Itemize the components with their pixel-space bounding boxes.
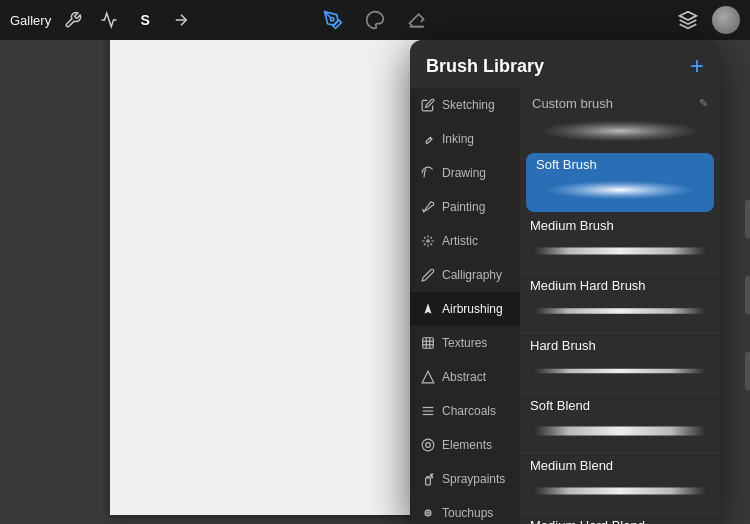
arrow-tool-icon[interactable] <box>167 6 195 34</box>
panel-body: Sketching Inking Drawing Painting Artist… <box>410 88 720 524</box>
gallery-button[interactable]: Gallery <box>10 13 51 28</box>
sidebar-item-abstract[interactable]: Abstract <box>410 360 520 394</box>
handle-opacity[interactable] <box>745 200 750 238</box>
brush-stroke-hard <box>530 357 710 385</box>
custom-brush-header: Custom brush✎ <box>520 88 720 113</box>
brush-label-medium_hard: Medium Hard Brush <box>530 278 710 293</box>
avatar[interactable] <box>712 6 740 34</box>
svg-point-1 <box>331 18 334 21</box>
eraser-tool-icon[interactable] <box>403 6 431 34</box>
brush-stroke-medium <box>530 237 710 265</box>
charcoals-cat-icon <box>420 403 436 419</box>
svg-point-4 <box>427 240 429 242</box>
toolbar-right <box>674 6 740 34</box>
brush-label-medium_blend: Medium Blend <box>530 458 710 473</box>
custom-brush-stroke <box>520 113 720 151</box>
brush-item-medium_blend[interactable]: Medium Blend <box>520 454 720 514</box>
sidebar-item-textures[interactable]: Textures <box>410 326 520 360</box>
spraypaints-cat-icon <box>420 471 436 487</box>
brush-list: Custom brush✎Soft BrushMedium BrushMediu… <box>520 88 720 524</box>
edit-icon[interactable]: ✎ <box>699 97 708 110</box>
brush-item-medium_hard_blend[interactable]: Medium Hard Blend <box>520 514 720 524</box>
sidebar-item-elements[interactable]: Elements <box>410 428 520 462</box>
brush-item-soft[interactable]: Soft Brush <box>526 153 714 212</box>
category-label-elements: Elements <box>442 438 492 452</box>
brush-tool-icon[interactable] <box>319 6 347 34</box>
adjust-icon[interactable] <box>95 6 123 34</box>
brush-item-hard[interactable]: Hard Brush <box>520 334 720 394</box>
category-label-painting: Painting <box>442 200 485 214</box>
svg-point-22 <box>427 512 429 514</box>
toolbar-left: Gallery S <box>10 6 195 34</box>
brush-library-panel: Brush Library + Sketching Inking Drawing… <box>410 40 720 524</box>
handle-extra[interactable] <box>745 352 750 390</box>
calligraphy-cat-icon <box>420 267 436 283</box>
category-label-inking: Inking <box>442 132 474 146</box>
brush-stroke-soft_blend <box>530 417 710 445</box>
toolbar: Gallery S <box>0 0 750 40</box>
svg-point-19 <box>432 477 433 478</box>
category-label-airbrushing: Airbrushing <box>442 302 503 316</box>
toolbar-center <box>319 6 431 34</box>
svg-rect-17 <box>426 478 431 485</box>
sketching-cat-icon <box>420 97 436 113</box>
svg-point-20 <box>432 474 433 475</box>
sidebar-item-spraypaints[interactable]: Spraypaints <box>410 462 520 496</box>
textures-cat-icon <box>420 335 436 351</box>
painting-cat-icon <box>420 199 436 215</box>
svg-marker-5 <box>425 303 432 314</box>
brush-label-hard: Hard Brush <box>530 338 710 353</box>
drawing-cat-icon <box>420 165 436 181</box>
sidebar-item-touchups[interactable]: Touchups <box>410 496 520 524</box>
sidebar-item-charcoals[interactable]: Charcoals <box>410 394 520 428</box>
artistic-cat-icon <box>420 233 436 249</box>
svg-point-21 <box>425 510 431 516</box>
s-tool-icon[interactable]: S <box>131 6 159 34</box>
custom-brush-label: Custom brush <box>532 96 613 111</box>
brush-stroke-medium_hard <box>530 297 710 325</box>
brush-label-soft_blend: Soft Blend <box>530 398 710 413</box>
brush-stroke-soft <box>536 176 704 204</box>
category-label-touchups: Touchups <box>442 506 493 520</box>
handle-size[interactable] <box>745 276 750 314</box>
custom-brush-section: Custom brush✎ <box>520 88 720 151</box>
sidebar-item-airbrushing[interactable]: Airbrushing <box>410 292 520 326</box>
wrench-icon[interactable] <box>59 6 87 34</box>
layers-icon[interactable] <box>674 6 702 34</box>
inking-cat-icon <box>420 131 436 147</box>
category-label-abstract: Abstract <box>442 370 486 384</box>
add-brush-button[interactable]: + <box>690 54 704 78</box>
panel-title: Brush Library <box>426 56 544 77</box>
panel-header: Brush Library + <box>410 40 720 88</box>
brush-item-medium[interactable]: Medium Brush <box>520 214 720 274</box>
brush-item-soft_blend[interactable]: Soft Blend <box>520 394 720 454</box>
touchups-cat-icon <box>420 505 436 521</box>
svg-marker-3 <box>680 12 697 20</box>
side-handles <box>745 200 750 390</box>
svg-rect-37 <box>535 369 706 374</box>
svg-point-16 <box>426 443 431 448</box>
brush-item-medium_hard[interactable]: Medium Hard Brush <box>520 274 720 334</box>
sidebar-item-sketching[interactable]: Sketching <box>410 88 520 122</box>
category-label-sketching: Sketching <box>442 98 495 112</box>
sidebar-item-calligraphy[interactable]: Calligraphy <box>410 258 520 292</box>
category-label-drawing: Drawing <box>442 166 486 180</box>
sidebar-item-painting[interactable]: Painting <box>410 190 520 224</box>
category-label-charcoals: Charcoals <box>442 404 496 418</box>
smudge-tool-icon[interactable] <box>361 6 389 34</box>
canvas-paper <box>110 35 420 515</box>
abstract-cat-icon <box>420 369 436 385</box>
sidebar-item-inking[interactable]: Inking <box>410 122 520 156</box>
svg-marker-11 <box>422 371 434 383</box>
brush-label-medium_hard_blend: Medium Hard Blend <box>530 518 710 524</box>
sidebar-item-drawing[interactable]: Drawing <box>410 156 520 190</box>
category-label-calligraphy: Calligraphy <box>442 268 502 282</box>
sidebar-item-artistic[interactable]: Artistic <box>410 224 520 258</box>
category-label-artistic: Artistic <box>442 234 478 248</box>
svg-rect-39 <box>535 487 706 494</box>
svg-rect-6 <box>423 338 434 349</box>
svg-rect-38 <box>535 427 706 436</box>
elements-cat-icon <box>420 437 436 453</box>
brush-stroke-medium_blend <box>530 477 710 505</box>
category-label-spraypaints: Spraypaints <box>442 472 505 486</box>
